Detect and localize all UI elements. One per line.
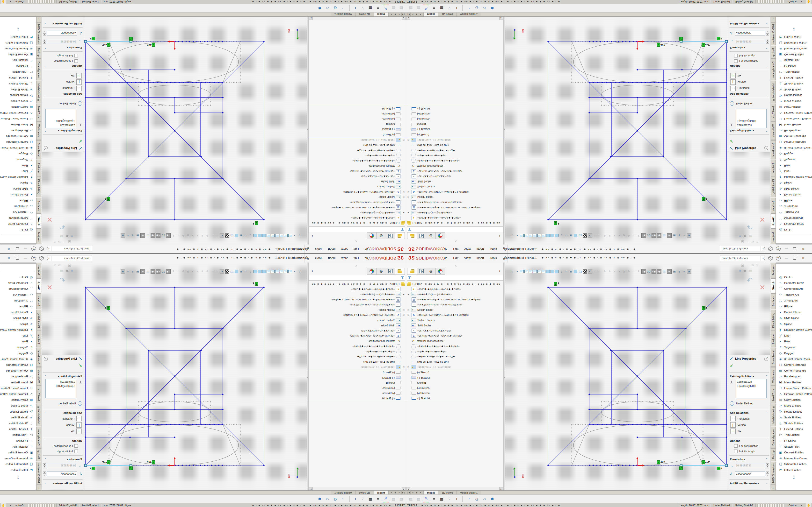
checkbox-for-construction[interactable]: For construction <box>54 444 78 448</box>
tree-item[interactable]: ◖Surface Bodies <box>406 184 504 189</box>
tool-item-circular-sketch-pattern[interactable]: ∴Circular Sketch Pattern <box>0 391 36 397</box>
tool-item-circle[interactable]: ◎Circle <box>0 274 36 280</box>
tab-scroll-button[interactable]: ❘◀ <box>406 12 411 16</box>
ok-check-icon[interactable]: ✔ <box>730 363 733 369</box>
tree-item[interactable]: TЯPDL2.◉ ƎE ◉ Ш ◉ ◦ ◉ ✚ ◉ ƆC ◉ ƎE ◉ ⋅ ◉ … <box>406 221 504 226</box>
relation-entry[interactable]: Collinear108 <box>47 380 75 384</box>
relation-entry[interactable]: Equal length109 <box>47 119 75 123</box>
display-manager-tab[interactable] <box>367 232 376 239</box>
tab-model[interactable]: Model <box>373 12 388 16</box>
expander-icon[interactable]: ▶ <box>408 314 409 316</box>
tree-item-sketch2[interactable]: (-) Sketch2 <box>308 375 406 380</box>
tool-item-offset-entities[interactable]: ⊏Offset Entities <box>776 34 812 40</box>
checkbox-box[interactable] <box>74 444 78 448</box>
tool-item-stretch-entities[interactable]: LStretch Entities <box>776 420 812 426</box>
minimize-button[interactable]: — <box>23 246 28 251</box>
tool-item-mirror-entities[interactable]: ⋈Mirror Entities <box>0 122 36 127</box>
tab-scroll-button[interactable]: ▶❘ <box>419 12 424 16</box>
tool-item-trim-entities[interactable]: ✂Trim Entities <box>776 432 812 438</box>
relation-tag[interactable]: ⊡3 <box>717 467 722 470</box>
command-tab-markup[interactable]: Markup <box>36 448 41 461</box>
recalc-icon[interactable]: ◔ <box>340 496 346 502</box>
tool-item-rotate-entities[interactable]: ↻Rotate Entities <box>776 93 812 98</box>
list-icon[interactable]: ≡ <box>431 496 437 502</box>
tree-item[interactable]: ▶◴○Ж♟◎✚25◦Ʒ○◦○Ʒ◦25✚◎♟Ж○ <box>406 210 504 216</box>
tool-item-move-entities[interactable]: ↗Move Entities <box>0 99 36 104</box>
tool-item-center-rectangle[interactable]: ◻Center Rectangle <box>776 362 812 368</box>
layers-faded-icon[interactable]: ▤ <box>390 496 397 502</box>
help-icon[interactable]: ? <box>31 256 37 261</box>
command-tab-datamigration[interactable]: Data Migration <box>771 427 776 448</box>
tool-item-circular-sketch-pattern[interactable]: ∴Circular Sketch Pattern <box>776 391 812 397</box>
tree-filter-box[interactable] <box>309 226 405 232</box>
layers-faded-icon[interactable]: ▤ <box>415 5 422 11</box>
more-tools-chevron-icon[interactable]: ⌄⌄ <box>17 475 19 479</box>
account-icon[interactable] <box>768 256 773 261</box>
tree-item[interactable]: ▣Solid Bodies <box>308 323 406 328</box>
layers-faded-icon[interactable]: ▤ <box>415 496 422 502</box>
tab-scroll-button[interactable]: ◀ <box>411 491 415 495</box>
relations-listbox[interactable]: Collinear108Equal length109 <box>45 109 77 128</box>
appearance-brush-icon[interactable]: ✎ <box>423 5 429 12</box>
command-tab-moldtools[interactable]: Mold Tools <box>36 386 41 403</box>
menu-edit[interactable]: Edit <box>451 246 461 251</box>
gear-icon[interactable]: ✱ <box>317 496 323 502</box>
feature-manager-tab[interactable] <box>407 268 417 275</box>
tree-item[interactable]: ✎○25◦∩Ж♟AM○◦○MA♟Ж∩◦25○ <box>308 174 406 179</box>
grid-icon[interactable]: ▦ <box>367 5 373 11</box>
tree-item-sketch6[interactable]: (-) Sketch6 <box>406 396 504 401</box>
tree-item-sketch5[interactable]: (-) Sketch5 <box>406 385 504 391</box>
more-tools-chevron-icon[interactable]: ⌄⌄ <box>793 475 795 479</box>
expander-icon[interactable]: ▶ <box>408 139 409 141</box>
tab-3d-views[interactable]: 3D Views <box>355 12 373 16</box>
tool-item-silhouette-entities[interactable]: ❏Silhouette Entities <box>0 40 36 46</box>
flyout-arrow-icon[interactable]: › <box>499 234 501 238</box>
scroll-right-icon[interactable]: ▶ <box>309 16 313 20</box>
command-tab-features[interactable]: Features <box>771 229 776 244</box>
angle-field[interactable]: 0.00000000° <box>735 471 765 476</box>
tool-item-intersection-curve[interactable]: ≋Intersection Curve <box>776 455 812 461</box>
relation-tag[interactable]: ⊡3 <box>702 197 707 201</box>
tool-item-move-entities[interactable]: ↗Move Entities <box>0 403 36 408</box>
recalc-icon[interactable]: ◔ <box>466 5 472 11</box>
tool-item-circle[interactable]: ◎Circle <box>776 227 812 233</box>
expander-icon[interactable]: ▶ <box>403 314 404 316</box>
command-tab-[interactable]: ⋮ <box>771 17 776 22</box>
tree-item[interactable]: ◔○25♟◎25ИN3Ɛ25○◦○253ƐИN25◎♟25○ <box>406 302 504 307</box>
checkbox-for-construction[interactable]: For construction <box>734 59 758 63</box>
relation-button-fix[interactable]: ΨFix <box>45 428 82 434</box>
relation-tag[interactable]: =109 <box>102 43 110 47</box>
tab-scroll-button[interactable]: ❘◀ <box>401 491 406 495</box>
angle-spinner[interactable] <box>43 471 46 476</box>
expander-icon[interactable]: ▶ <box>408 293 409 295</box>
close-button[interactable]: ✕ <box>6 256 11 261</box>
tool-item-tangent-arc[interactable]: ◠Tangent Arc <box>776 209 812 215</box>
tool-item-corner-rectangle[interactable]: ▭Corner Rectangle <box>776 368 812 374</box>
gear-icon[interactable]: ✱ <box>489 496 495 502</box>
tree-item[interactable]: ▥○25✚3Ɛ25○ИN◎◦✚ƆC3ƐN3Ɛ25○◦○253ƐN3ƐƆC✚◦◎И… <box>406 205 504 210</box>
gear-icon[interactable]: ✱ <box>317 5 323 11</box>
parameters-header[interactable]: Parameters <box>67 458 82 461</box>
tool-item-perimeter-circle[interactable]: ○Perimeter Circle <box>776 221 812 227</box>
tool-item-copy-entities[interactable]: ⊞Copy Entities <box>0 397 36 403</box>
tool-item-scale-entities[interactable]: ↘Scale Entities <box>0 87 36 93</box>
relation-entry[interactable]: Equal length109 <box>47 384 75 388</box>
display-manager-tab[interactable] <box>367 268 376 275</box>
tab-motion-study-1[interactable]: Motion Study 1 <box>457 12 481 16</box>
tool-item-center-rectangle[interactable]: ◻Center Rectangle <box>776 139 812 145</box>
tree-item-sketch3[interactable]: Sketch3 <box>308 122 406 127</box>
grid-icon[interactable]: ▦ <box>439 496 445 502</box>
tool-item-extend-entities[interactable]: ⊤Extend Entities <box>0 75 36 81</box>
tool-item-corner-rectangle[interactable]: ▭Corner Rectangle <box>0 133 36 139</box>
ok-check-icon[interactable]: ✔ <box>79 138 82 144</box>
filter-icon[interactable]: ⊽ <box>446 496 453 502</box>
menu-tools[interactable]: Tools <box>488 256 499 261</box>
command-tab-evaluate[interactable]: Evaluate <box>771 331 776 347</box>
menu-tools[interactable]: Tools <box>488 246 499 251</box>
tree-item[interactable]: ✎○25◦∩Ж♟AM○◦○MA♟Ж∩◦25○ <box>406 174 504 179</box>
tool-item-spline[interactable]: ∿Spline <box>776 180 812 186</box>
relation-button-fix[interactable]: ΨFix <box>730 428 767 434</box>
tool-item-intersection-curve[interactable]: ≋Intersection Curve <box>0 46 36 52</box>
pin-icon[interactable] <box>503 256 507 260</box>
tab-scroll-button[interactable]: ▶ <box>393 12 397 16</box>
